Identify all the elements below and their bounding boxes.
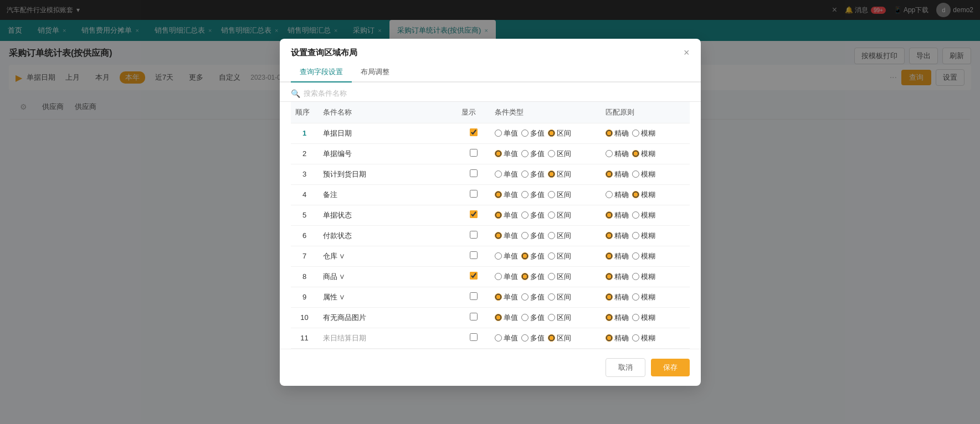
type-radio-多值[interactable]: 多值	[521, 149, 545, 159]
row-match-cell: 精确模糊	[601, 266, 690, 287]
table-row: 8商品 ∨单值多值区间精确模糊	[291, 266, 690, 287]
type-radio-多值[interactable]: 多值	[521, 313, 545, 323]
col-header-name: 条件名称	[319, 102, 457, 123]
type-radio-多值[interactable]: 多值	[521, 333, 545, 343]
type-radio-单值[interactable]: 单值	[495, 190, 518, 200]
match-radio-模糊[interactable]: 模糊	[632, 313, 655, 323]
row-name: 单据编号	[319, 143, 457, 164]
match-radio-模糊[interactable]: 模糊	[632, 149, 655, 159]
row-type-cell: 单值多值区间	[490, 328, 601, 348]
display-checkbox[interactable]	[470, 149, 478, 157]
type-radio-区间[interactable]: 区间	[548, 333, 571, 343]
type-radio-单值[interactable]: 单值	[495, 251, 518, 261]
table-row: 11来日结算日期单值多值区间精确模糊	[291, 328, 690, 348]
display-checkbox[interactable]	[470, 292, 478, 300]
match-radio-精确[interactable]: 精确	[606, 292, 629, 302]
type-radio-多值[interactable]: 多值	[521, 210, 545, 220]
display-checkbox[interactable]	[470, 272, 478, 280]
row-name: 单据状态	[319, 205, 457, 225]
type-radio-多值[interactable]: 多值	[521, 231, 545, 241]
table-row: 10有无商品图片单值多值区间精确模糊	[291, 307, 690, 328]
match-radio-精确[interactable]: 精确	[606, 210, 629, 220]
type-radio-区间[interactable]: 区间	[548, 128, 571, 138]
type-radio-区间[interactable]: 区间	[548, 292, 571, 302]
type-radio-区间[interactable]: 区间	[548, 149, 571, 159]
type-radio-多值[interactable]: 多值	[521, 169, 545, 179]
row-type-cell: 单值多值区间	[490, 307, 601, 328]
display-checkbox[interactable]	[470, 231, 478, 239]
type-radio-单值[interactable]: 单值	[495, 313, 518, 323]
type-radio-单值[interactable]: 单值	[495, 272, 518, 282]
tab-layout-adjust[interactable]: 布局调整	[352, 64, 398, 82]
save-btn[interactable]: 保存	[651, 359, 690, 376]
match-radio-精确[interactable]: 精确	[606, 333, 629, 343]
type-radio-多值[interactable]: 多值	[521, 292, 545, 302]
dialog-overlay[interactable]: 设置查询区域布局 × 查询字段设置 布局调整 🔍 顺序 条件名称	[0, 0, 980, 424]
table-row: 1单据日期单值多值区间精确模糊	[291, 123, 690, 143]
match-radio-精确[interactable]: 精确	[606, 128, 629, 138]
match-radio-模糊[interactable]: 模糊	[632, 169, 655, 179]
search-input[interactable]	[304, 89, 414, 97]
match-radio-模糊[interactable]: 模糊	[632, 272, 655, 282]
type-radio-多值[interactable]: 多值	[521, 128, 545, 138]
dialog-header: 设置查询区域布局 ×	[280, 39, 701, 58]
type-radio-单值[interactable]: 单值	[495, 149, 518, 159]
dialog-close-btn[interactable]: ×	[684, 48, 690, 58]
display-checkbox[interactable]	[470, 333, 478, 341]
type-radio-多值[interactable]: 多值	[521, 251, 545, 261]
match-radio-精确[interactable]: 精确	[606, 231, 629, 241]
type-radio-单值[interactable]: 单值	[495, 128, 518, 138]
row-name: 付款状态	[319, 225, 457, 246]
match-radio-模糊[interactable]: 模糊	[632, 190, 655, 200]
match-radio-模糊[interactable]: 模糊	[632, 128, 655, 138]
match-radio-模糊[interactable]: 模糊	[632, 251, 655, 261]
col-header-type: 条件类型	[490, 102, 601, 123]
match-radio-精确[interactable]: 精确	[606, 313, 629, 323]
match-radio-模糊[interactable]: 模糊	[632, 333, 655, 343]
row-match-cell: 精确模糊	[601, 164, 690, 184]
match-radio-模糊[interactable]: 模糊	[632, 210, 655, 220]
display-checkbox[interactable]	[470, 169, 478, 177]
row-name: 预计到货日期	[319, 164, 457, 184]
col-header-order: 顺序	[291, 102, 319, 123]
type-radio-单值[interactable]: 单值	[495, 169, 518, 179]
display-checkbox[interactable]	[470, 210, 478, 218]
display-checkbox[interactable]	[470, 128, 478, 136]
tab-query-fields-label: 查询字段设置	[300, 68, 343, 76]
row-name: 单据日期	[319, 123, 457, 143]
dialog-footer: 取消 保存	[280, 349, 701, 386]
cancel-btn[interactable]: 取消	[606, 358, 645, 377]
display-checkbox[interactable]	[470, 190, 478, 198]
type-radio-单值[interactable]: 单值	[495, 292, 518, 302]
tab-query-fields[interactable]: 查询字段设置	[291, 64, 352, 82]
type-radio-区间[interactable]: 区间	[548, 231, 571, 241]
row-order: 5	[291, 205, 319, 225]
table-row: 3预计到货日期单值多值区间精确模糊	[291, 164, 690, 184]
display-checkbox[interactable]	[470, 251, 478, 259]
match-radio-模糊[interactable]: 模糊	[632, 231, 655, 241]
type-radio-区间[interactable]: 区间	[548, 251, 571, 261]
type-radio-区间[interactable]: 区间	[548, 210, 571, 220]
type-radio-单值[interactable]: 单值	[495, 210, 518, 220]
row-order: 7	[291, 246, 319, 266]
type-radio-区间[interactable]: 区间	[548, 272, 571, 282]
type-radio-区间[interactable]: 区间	[548, 169, 571, 179]
type-radio-区间[interactable]: 区间	[548, 313, 571, 323]
row-display-cell	[457, 123, 490, 143]
row-display-cell	[457, 266, 490, 287]
row-type-cell: 单值多值区间	[490, 205, 601, 225]
match-radio-模糊[interactable]: 模糊	[632, 292, 655, 302]
type-radio-单值[interactable]: 单值	[495, 231, 518, 241]
type-radio-多值[interactable]: 多值	[521, 272, 545, 282]
match-radio-精确[interactable]: 精确	[606, 169, 629, 179]
match-radio-精确[interactable]: 精确	[606, 149, 629, 159]
match-radio-精确[interactable]: 精确	[606, 272, 629, 282]
col-header-match: 匹配原则	[601, 102, 690, 123]
dialog-search-bar: 🔍	[280, 82, 701, 102]
match-radio-精确[interactable]: 精确	[606, 251, 629, 261]
match-radio-精确[interactable]: 精确	[606, 190, 629, 200]
type-radio-单值[interactable]: 单值	[495, 333, 518, 343]
display-checkbox[interactable]	[470, 313, 478, 320]
type-radio-区间[interactable]: 区间	[548, 190, 571, 200]
type-radio-多值[interactable]: 多值	[521, 190, 545, 200]
